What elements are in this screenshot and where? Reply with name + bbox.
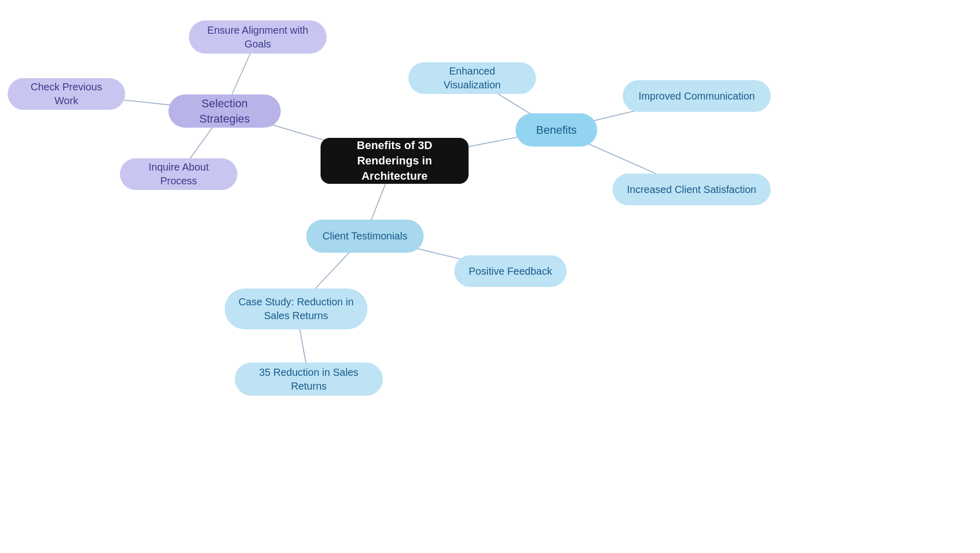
positive-feedback-node: Positive Feedback [454,255,567,287]
improved-comm-label: Improved Communication [639,89,755,103]
increased-client-node: Increased Client Satisfaction [612,174,771,205]
inquire-process-label: Inquire About Process [131,160,226,188]
enhanced-viz-label: Enhanced Visualization [420,64,525,92]
benefits-node: Benefits [516,113,597,147]
reduction-label: 35 Reduction in Sales Returns [246,366,372,393]
client-testimonials-label: Client Testimonials [323,229,407,243]
ensure-alignment-label: Ensure Alignment with Goals [200,23,315,51]
center-node: Benefits of 3D Renderings in Architectur… [321,138,469,184]
client-testimonials-node: Client Testimonials [306,220,424,253]
center-label: Benefits of 3D Renderings in Architectur… [332,138,457,183]
inquire-process-node: Inquire About Process [120,158,237,190]
check-previous-work-node: Check Previous Work [8,78,125,110]
check-previous-label: Check Previous Work [19,80,114,108]
enhanced-viz-node: Enhanced Visualization [408,62,536,94]
positive-feedback-label: Positive Feedback [469,265,552,278]
increased-client-label: Increased Client Satisfaction [627,183,756,197]
reduction-node: 35 Reduction in Sales Returns [235,363,383,396]
benefits-label: Benefits [536,123,577,138]
improved-comm-node: Improved Communication [623,80,771,112]
selection-strategies-label: Selection Strategies [180,96,270,126]
case-study-node: Case Study: Reduction in Sales Returns [225,288,368,329]
ensure-alignment-node: Ensure Alignment with Goals [189,20,327,54]
case-study-label: Case Study: Reduction in Sales Returns [236,295,356,323]
selection-strategies-node: Selection Strategies [168,94,281,128]
